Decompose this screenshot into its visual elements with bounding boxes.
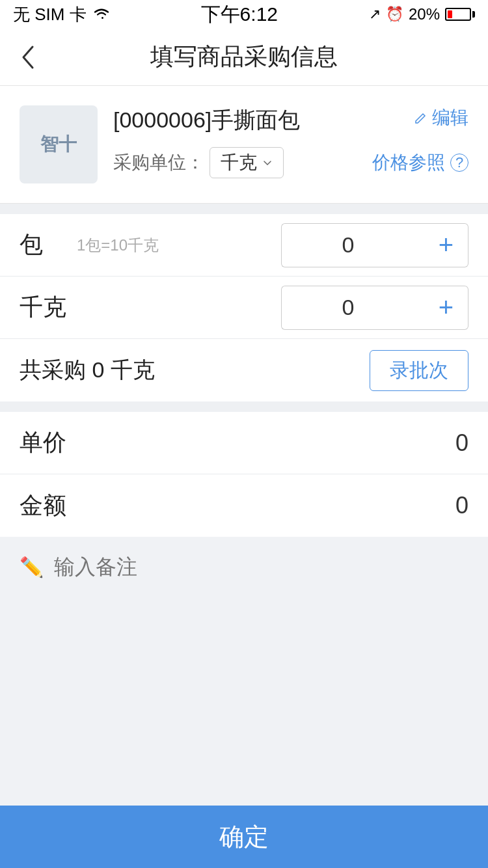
carrier-text: 无 SIM 卡 (13, 3, 87, 26)
price-ref-label: 价格参照 (372, 150, 445, 175)
unit-value: 千克 (221, 150, 257, 175)
status-carrier: 无 SIM 卡 (13, 3, 110, 26)
divider-band-2 (0, 401, 488, 412)
bag-input-row: 包 1包=10千克 + (0, 214, 488, 277)
price-ref-button[interactable]: 价格参照 ? (372, 150, 468, 175)
input-section: 包 1包=10千克 + 千克 + (0, 214, 488, 339)
total-row: 共采购 0 千克 录批次 (0, 339, 488, 401)
divider-band-1 (0, 204, 488, 214)
bag-sublabel: 1包=10千克 (77, 235, 281, 256)
kg-plus-button[interactable]: + (424, 286, 468, 330)
alarm-icon: ⏰ (386, 6, 403, 23)
status-indicators: ↗ ⏰ 20% (369, 5, 475, 23)
amount-value: 0 (455, 492, 468, 519)
battery-text: 20% (409, 5, 440, 23)
page-title: 填写商品采购信息 (150, 41, 338, 73)
back-button[interactable] (20, 44, 35, 70)
total-label: 共采购 0 千克 (20, 355, 155, 385)
bag-label: 包 (20, 229, 72, 261)
wifi-icon (93, 5, 110, 25)
bag-input[interactable] (281, 223, 424, 267)
amount-label: 金额 (20, 490, 66, 522)
unit-price-row: 单价 0 (0, 412, 488, 474)
help-icon: ? (450, 154, 468, 172)
amount-row: 金额 0 (0, 474, 488, 537)
location-icon: ↗ (369, 6, 381, 23)
remark-section: ✏️ (0, 537, 488, 597)
status-bar: 无 SIM 卡 下午6:12 ↗ ⏰ 20% (0, 0, 488, 29)
edit-label: 编辑 (432, 105, 468, 130)
product-name: [0000006]手撕面包 (113, 105, 300, 135)
product-info: [0000006]手撕面包 编辑 采购单位： 千克 价格参照 (113, 105, 468, 178)
product-card: 智十 [0000006]手撕面包 编辑 采购单位： 千克 (0, 86, 488, 204)
bag-input-wrap: + (281, 223, 468, 267)
unit-price-value: 0 (455, 429, 468, 457)
confirm-button[interactable]: 确定 (0, 806, 488, 868)
kg-label: 千克 (20, 292, 72, 323)
status-time: 下午6:12 (201, 1, 278, 28)
nav-bar: 填写商品采购信息 (0, 29, 488, 86)
battery-icon (445, 8, 475, 21)
remark-input[interactable] (54, 555, 468, 579)
unit-price-label: 单价 (20, 427, 66, 459)
record-batch-button[interactable]: 录批次 (370, 350, 468, 391)
info-section: 单价 0 金额 0 (0, 412, 488, 537)
kg-input-wrap: + (281, 286, 468, 330)
edit-button[interactable]: 编辑 (414, 105, 468, 130)
unit-select[interactable]: 千克 (210, 147, 284, 178)
kg-input-row: 千克 + (0, 277, 488, 339)
product-image: 智十 (20, 105, 98, 183)
bottom-space (0, 597, 488, 727)
pencil-icon: ✏️ (20, 556, 44, 578)
bag-plus-button[interactable]: + (424, 223, 468, 267)
product-logo: 智十 (40, 132, 77, 157)
kg-input[interactable] (281, 286, 424, 330)
confirm-button-label: 确定 (219, 821, 269, 854)
unit-label: 采购单位： (113, 150, 204, 175)
